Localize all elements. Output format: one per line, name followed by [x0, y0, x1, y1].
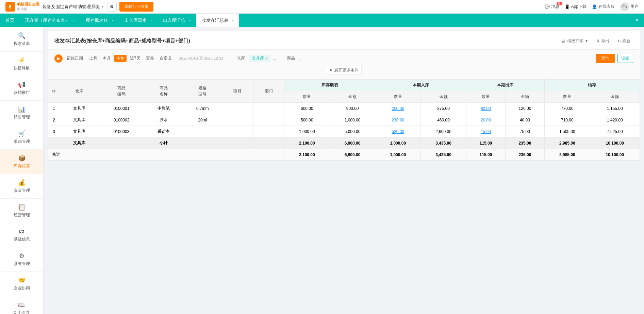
date-opt-this-month[interactable]: 本月	[101, 55, 113, 62]
col-settings-header[interactable]: ⚙	[48, 80, 60, 103]
col-out-amt-header: 金额	[505, 91, 544, 103]
row-code	[99, 137, 144, 149]
col-bal-amt-header: 金额	[590, 91, 640, 103]
sidebar-item-system[interactable]: ⚙ 系统管理	[0, 247, 43, 272]
sidebar-item-purchase[interactable]: 🛒 采购管理	[0, 125, 43, 150]
col-balance-header: 结存	[544, 80, 640, 91]
top-header: 6 畅捷通好生意 标准版 装备及固定资产辅助管理系统 ▼ ⚙ 体验行业方案 💬 …	[0, 0, 644, 14]
row-spec	[183, 126, 222, 137]
row-project	[222, 137, 253, 149]
total-row: 合计 2,100.00 6,900.00 1,000.00 3,435.00 1…	[48, 149, 640, 161]
table-footer: 合计 2,100.00 6,900.00 1,000.00 3,435.00 1…	[48, 149, 640, 161]
row-open-amt: 900.00	[330, 103, 375, 114]
sidebar-item-inventory[interactable]: 📦 库存核算	[0, 150, 43, 174]
tab-batch-ledger-label: 库存批次账	[86, 17, 108, 23]
tab-home[interactable]: 首页	[0, 14, 20, 27]
date-opt-last-month[interactable]: 上月	[87, 55, 99, 62]
warehouse-more[interactable]: ...	[273, 56, 276, 61]
gear-button[interactable]: ⚙	[107, 2, 117, 12]
tab-inout-summary-close[interactable]: ×	[188, 18, 191, 22]
logo-area: 6 畅捷通好生意 标准版	[5, 2, 39, 12]
row-warehouse: 文具库	[60, 114, 99, 126]
print-icon: 🖨	[562, 39, 566, 44]
row-in-qty[interactable]: 250.00	[375, 103, 421, 114]
date-opt-this-year[interactable]: 本年	[114, 55, 127, 62]
row-name: 小计	[144, 137, 183, 149]
sidebar-label-inventory: 库存核算	[14, 163, 30, 169]
row-bal-qty: 770.00	[544, 103, 590, 114]
sidebar: 🔍 搜索菜单 ⚡ 快捷导航 📢 营销推广 📊 销售管理 🛒 采购管理 📦 库存核…	[0, 27, 44, 314]
table-container: ⚙ 仓库 商品编码 商品名称 规格型号 项目 部门 库存期初 本期入库 本期出库	[48, 79, 640, 161]
print-label: 模板打印	[567, 38, 583, 44]
filter-toggle-button[interactable]: ▶	[54, 54, 63, 63]
global-close-button[interactable]: ×	[630, 17, 644, 23]
setting-button[interactable]: 设置	[617, 54, 633, 63]
col-open-amt-header: 金额	[330, 91, 375, 103]
date-opt-last7[interactable]: 近7天	[128, 55, 143, 62]
table-row: 文具库 小计 2,100.00 6,900.00 1,000.00 3,435.…	[48, 137, 640, 149]
date-opt-more[interactable]: 更多	[144, 55, 156, 62]
sales-icon: 📊	[18, 105, 26, 113]
user-menu-button[interactable]: Ea 用户	[620, 2, 639, 11]
tab-batch-ledger-close[interactable]: ×	[111, 18, 113, 22]
row-no: 3	[48, 126, 60, 137]
expand-conditions-button[interactable]: ▼ 展开更多条件	[326, 66, 362, 75]
sidebar-item-guide[interactable]: 📖 新手引导	[0, 296, 43, 314]
system-title-dropdown[interactable]: 装备及固定资产辅助管理系统 ▼	[42, 4, 104, 10]
row-bal-qty: 1,505.00	[544, 126, 590, 137]
tab-recv-send[interactable]: 收发存汇总表 ×	[196, 14, 239, 27]
product-more[interactable]: ...	[299, 56, 302, 61]
app-download-button[interactable]: 📱 App下载	[565, 4, 587, 10]
finance-icon: 💰	[18, 179, 26, 186]
row-out-qty[interactable]: 15.00	[466, 126, 505, 137]
messages-button[interactable]: 💬 消息 6	[545, 4, 559, 10]
sidebar-label-purchase: 采购管理	[14, 139, 30, 145]
total-open-qty: 2,100.00	[284, 149, 330, 161]
tab-recv-send-close[interactable]: ×	[232, 18, 234, 22]
warehouse-filter: 文具库 × ...	[249, 55, 276, 62]
sidebar-item-enterprise[interactable]: 🤝 企业协同	[0, 272, 43, 296]
query-button[interactable]: 查询	[596, 54, 615, 63]
row-in-qty[interactable]: 520.00	[375, 126, 421, 137]
sidebar-item-sales[interactable]: 📊 销售管理	[0, 101, 43, 125]
row-open-qty: 500.00	[284, 114, 330, 126]
tab-inout-summary-label: 出入库汇总	[163, 17, 185, 23]
refresh-button[interactable]: ↻ 刷新	[615, 37, 633, 45]
row-project	[222, 126, 253, 137]
filter-bar: ▶ 记账日期 上月 本月 本年 近7天 更多 自定义 2023-01-01 至 …	[48, 50, 640, 79]
filter-row-2: ▼ 展开更多条件	[54, 66, 633, 75]
inventory-icon: 📦	[18, 154, 26, 162]
filter-row-1: ▶ 记账日期 上月 本月 本年 近7天 更多 自定义 2023-01-01 至 …	[54, 54, 633, 63]
row-out-qty[interactable]: 20.00	[466, 114, 505, 126]
tab-inout-flow[interactable]: 出入库流水 ×	[119, 14, 158, 27]
date-opt-custom[interactable]: 自定义	[158, 55, 174, 62]
sidebar-item-finance[interactable]: 💰 资金管理	[0, 174, 43, 199]
col-open-qty-header: 数量	[284, 91, 330, 103]
row-bal-amt: 7,525.00	[590, 126, 640, 137]
trial-button[interactable]: 体验行业方案	[119, 2, 153, 12]
sidebar-item-search[interactable]: 🔍 搜索菜单	[0, 27, 43, 52]
row-in-amt: 375.00	[421, 103, 466, 114]
sidebar-item-marketing[interactable]: 📢 营销推广	[0, 76, 43, 101]
row-out-qty[interactable]: 80.00	[466, 103, 505, 114]
col-code-header: 商品编码	[99, 80, 144, 103]
row-bal-qty: 710.00	[544, 114, 590, 126]
tab-inout-flow-close[interactable]: ×	[150, 18, 152, 22]
user-avatar: Ea	[620, 2, 629, 11]
tab-inout-summary[interactable]: 出入库汇总 ×	[158, 14, 196, 27]
export-button[interactable]: ⬇ 导出	[594, 37, 612, 45]
print-arrow-icon: ▼	[585, 39, 588, 43]
sidebar-item-quick-nav[interactable]: ⚡ 快捷导航	[0, 52, 43, 76]
tab-batch-ledger[interactable]: 库存批次账 ×	[80, 14, 119, 27]
print-button[interactable]: 🖨 模板打印 ▼	[559, 37, 591, 45]
sidebar-item-basic-info[interactable]: 🗂 基础信息	[0, 223, 43, 247]
tab-stock-dist[interactable]: 现存量（库存分布表） ×	[20, 14, 80, 27]
tab-stock-dist-close[interactable]: ×	[73, 18, 75, 22]
row-in-qty[interactable]: 230.00	[375, 114, 421, 126]
operations-icon: 📋	[18, 203, 26, 211]
online-service-button[interactable]: 👤 在线客服	[592, 4, 615, 10]
warehouse-tag-remove[interactable]: ×	[265, 56, 268, 61]
messages-badge: 6	[557, 2, 562, 5]
sidebar-item-operations[interactable]: 📋 经营管理	[0, 199, 43, 223]
search-icon: 🔍	[18, 32, 26, 39]
